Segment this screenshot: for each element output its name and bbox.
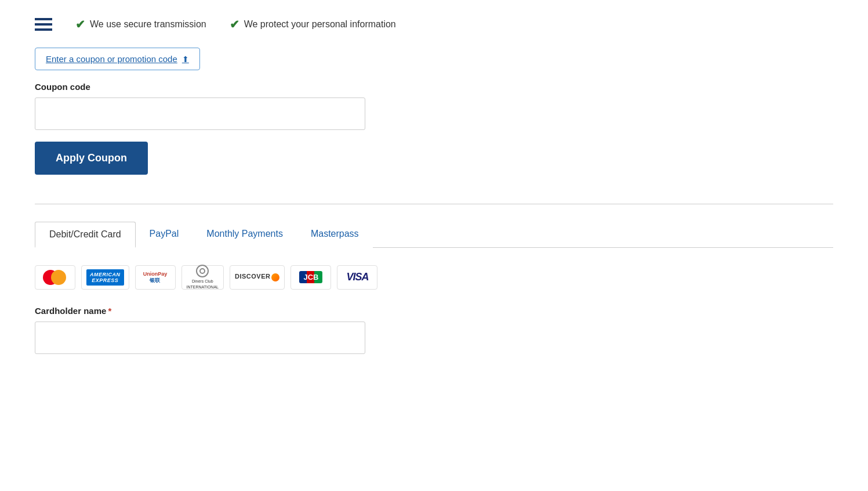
diners-logo: Diners ClubINTERNATIONAL xyxy=(181,265,224,290)
diners-text: Diners ClubINTERNATIONAL xyxy=(187,265,219,289)
cardholder-name-input[interactable] xyxy=(35,322,365,354)
mastercard-logo xyxy=(35,265,75,290)
tab-debit-credit-card[interactable]: Debit/Credit Card xyxy=(35,222,136,248)
apply-coupon-button[interactable]: Apply Coupon xyxy=(35,142,148,175)
security-text-2: We protect your personal information xyxy=(244,19,396,30)
visa-text: VISA xyxy=(346,271,368,283)
security-item-2: ✔ We protect your personal information xyxy=(230,17,396,31)
page-wrapper: ✔ We use secure transmission ✔ We protec… xyxy=(0,0,868,371)
security-text-1: We use secure transmission xyxy=(90,19,206,30)
visa-logo: VISA xyxy=(337,265,377,290)
menu-icon[interactable] xyxy=(35,18,52,31)
amex-logo: AMERICANEXPRESS xyxy=(81,265,129,290)
required-star: * xyxy=(108,306,111,316)
security-bar: ✔ We use secure transmission ✔ We protec… xyxy=(35,17,833,31)
unionpay-text: UnionPay银联 xyxy=(143,271,168,284)
tab-monthly-payments[interactable]: Monthly Payments xyxy=(193,222,297,248)
jcb-text: JCB xyxy=(299,271,322,283)
mc-circle-right xyxy=(51,270,66,285)
discover-text: DISCOVER xyxy=(235,273,279,281)
check-icon-2: ✔ xyxy=(230,17,239,31)
discover-logo: DISCOVER xyxy=(230,265,285,290)
security-item-1: ✔ We use secure transmission xyxy=(75,17,206,31)
unionpay-logo: UnionPay银联 xyxy=(135,265,176,290)
check-icon-1: ✔ xyxy=(75,17,85,31)
amex-text: AMERICANEXPRESS xyxy=(86,269,124,286)
payment-tabs: Debit/Credit Card PayPal Monthly Payment… xyxy=(35,222,833,248)
coupon-toggle-label: Enter a coupon or promotion code xyxy=(46,54,177,64)
cardholder-label: Cardholder name* xyxy=(35,306,833,316)
tab-masterpass[interactable]: Masterpass xyxy=(297,222,373,248)
chevron-up-icon: ⬆ xyxy=(182,55,189,64)
section-divider xyxy=(35,204,833,204)
coupon-input[interactable] xyxy=(35,98,365,130)
coupon-toggle-button[interactable]: Enter a coupon or promotion code ⬆ xyxy=(35,48,200,70)
card-logos: AMERICANEXPRESS UnionPay银联 Diners ClubIN… xyxy=(35,265,833,290)
tab-paypal[interactable]: PayPal xyxy=(136,222,193,248)
jcb-logo: JCB xyxy=(290,265,331,290)
coupon-code-label: Coupon code xyxy=(35,82,833,92)
